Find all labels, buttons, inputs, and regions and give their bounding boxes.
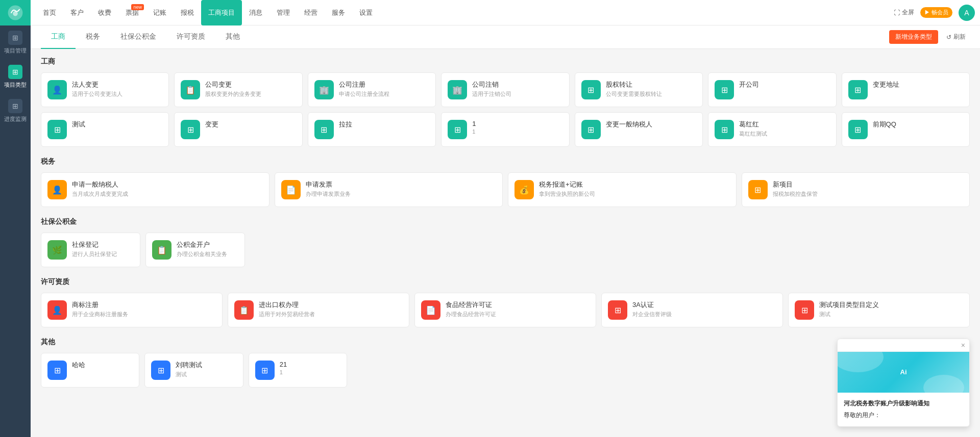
nav-services[interactable]: 服务 (325, 0, 352, 25)
service-card-company-cancel[interactable]: 🏢 公司注销 适用于注销公司 (441, 72, 569, 107)
card-text-apply-invoice: 申请发票 办理申请发票业务 (306, 180, 497, 198)
service-card-equity-transfer[interactable]: ⊞ 股权转让 公司变更需要股权转让 (575, 72, 703, 107)
card-icon-social-register: 🌿 (47, 240, 67, 260)
nav-billing[interactable]: 收费 (91, 0, 118, 25)
card-name-change-tax: 变更一般纳税人 (606, 120, 696, 129)
nav-tickets[interactable]: 票据 new (118, 0, 146, 25)
industry-section-title: 工商 (41, 57, 970, 66)
tab-industry[interactable]: 工商 (41, 25, 76, 49)
sidebar-item-project-type[interactable]: ⊞ 项目类型 (0, 60, 31, 94)
service-card-trademark[interactable]: 👤 商标注册 用于企业商标注册服务 (41, 293, 223, 327)
service-card-apply-invoice[interactable]: 📄 申请发票 办理申请发票业务 (275, 172, 503, 207)
card-text-lala: 拉拉 (339, 120, 429, 130)
card-name-twentyone: 21 (280, 361, 340, 368)
service-card-qqbefore[interactable]: ⊞ 前期QQ (842, 112, 970, 147)
service-card-company-change[interactable]: 📋 公司变更 股权变更外的业务变更 (174, 72, 302, 107)
service-card-twentyone[interactable]: ⊞ 21 1 (249, 353, 347, 388)
card-name-equity-transfer: 股权转让 (606, 80, 696, 89)
card-desc-trademark: 用于企业商标注册服务 (72, 311, 216, 318)
sidebar-item-project-mgmt[interactable]: ⊞ 项目管理 (0, 25, 31, 60)
card-text-qqbefore: 前期QQ (873, 120, 963, 130)
nav-operations[interactable]: 经营 (297, 0, 325, 25)
user-avatar[interactable]: A (959, 5, 975, 21)
card-name-change-address: 变更地址 (873, 80, 963, 89)
card-text-fund-account: 公积金开户 办理公积金相关业务 (177, 240, 238, 258)
service-card-test[interactable]: ⊞ 测试 (41, 112, 169, 147)
add-type-button[interactable]: 新增业务类型 (889, 30, 938, 44)
card-name-company-register: 公司注册 (339, 80, 429, 89)
card-icon-tax-report-account: 💰 (514, 180, 534, 199)
card-text-new-project: 新项目 报税加税控盘保管 (773, 180, 964, 198)
service-card-change[interactable]: ⊞ 变更 (174, 112, 302, 147)
tab-social[interactable]: 社保公积金 (110, 25, 166, 49)
card-desc-food-license: 办理食品经营许可证 (446, 311, 590, 318)
card-desc-equity-transfer: 公司变更需要股权转让 (606, 90, 696, 98)
service-card-new-project[interactable]: ⊞ 新项目 报税加税控盘保管 (742, 172, 970, 207)
card-desc-legal-change: 适用于公司变更法人 (72, 90, 162, 98)
card-name-lala: 拉拉 (339, 120, 429, 129)
nav-tax[interactable]: 报税 (174, 0, 201, 25)
sidebar-item-progress[interactable]: ⊞ 进度监测 (0, 94, 31, 128)
card-icon-equity-transfer: ⊞ (581, 80, 601, 99)
service-card-open-company[interactable]: ⊞ 开公司 (708, 72, 836, 107)
notification-header: × (838, 339, 969, 352)
service-card-import-export[interactable]: 📋 进出口权办理 适用于对外贸易经营者 (228, 293, 409, 327)
service-card-change-tax[interactable]: ⊞ 变更一般纳税人 (575, 112, 703, 147)
card-desc-social-register: 进行人员社保登记 (72, 250, 134, 258)
card-text-company-cancel: 公司注销 适用于注销公司 (472, 80, 562, 98)
card-desc-twentyone: 1 (280, 369, 340, 375)
card-icon-company-change: 📋 (181, 80, 200, 99)
license-section-title: 许可资质 (41, 277, 970, 287)
nav-business[interactable]: 工商项目 (201, 0, 242, 25)
service-card-fund-account[interactable]: 📋 公积金开户 办理公积金相关业务 (145, 233, 245, 267)
card-icon-test-type: ⊞ (795, 300, 814, 320)
service-card-3a-cert[interactable]: ⊞ 3A认证 对企业信誉评级 (601, 293, 783, 327)
card-icon-gehonghong: ⊞ (715, 120, 734, 139)
notification-banner-text: Ai (900, 368, 907, 376)
member-button[interactable]: ▶ 畅会员 (920, 7, 952, 18)
service-card-change-address[interactable]: ⊞ 变更地址 (842, 72, 970, 107)
service-card-food-license[interactable]: 📄 食品经营许可证 办理食品经营许可证 (414, 293, 596, 327)
tab-tax[interactable]: 税务 (76, 25, 110, 49)
service-card-company-register[interactable]: 🏢 公司注册 申请公司注册全流程 (308, 72, 436, 107)
card-text-haha: 哈哈 (72, 361, 133, 371)
refresh-button[interactable]: ↺ 刷新 (942, 30, 970, 44)
card-text-3a-cert: 3A认证 对企业信誉评级 (632, 300, 776, 318)
service-card-legal-change[interactable]: 👤 法人变更 适用于公司变更法人 (41, 72, 169, 107)
card-text-trademark: 商标注册 用于企业商标注册服务 (72, 300, 216, 318)
tax-card-grid: 👤 申请一般纳税人 当月或次月成变更完成 📄 申请发票 办理申请发票业务 💰 税… (41, 172, 970, 207)
tax-section-title: 税务 (41, 157, 970, 166)
notification-popup: × Ai 河北税务数字账户升级影响通知 尊敬的用户： (837, 339, 970, 427)
nav-messages[interactable]: 消息 (242, 0, 270, 25)
tab-other[interactable]: 其他 (215, 25, 250, 49)
nav-settings[interactable]: 设置 (352, 0, 380, 25)
service-card-one[interactable]: ⊞ 1 1 (441, 112, 569, 147)
service-card-test-type[interactable]: ⊞ 测试项目类型目定义 测试 (788, 293, 970, 327)
app-logo[interactable] (0, 0, 31, 25)
play-icon: ▶ (924, 9, 930, 15)
nav-home[interactable]: 首页 (36, 0, 63, 25)
notification-close[interactable]: × (961, 341, 965, 349)
card-icon-3a-cert: ⊞ (608, 300, 627, 320)
card-text-gehonghong: 葛红红 葛红红测试 (739, 120, 829, 138)
card-icon-lala: ⊞ (314, 120, 334, 139)
service-card-haha[interactable]: ⊞ 哈哈 (41, 353, 139, 388)
service-card-gehonghong[interactable]: ⊞ 葛红红 葛红红测试 (708, 112, 836, 147)
service-card-social-register[interactable]: 🌿 社保登记 进行人员社保登记 (41, 233, 140, 267)
service-card-lala[interactable]: ⊞ 拉拉 (308, 112, 436, 147)
card-icon-apply-invoice: 📄 (281, 180, 301, 199)
card-desc-tax-report-account: 拿到营业执照的新公司 (539, 190, 730, 198)
card-icon-company-register: 🏢 (314, 80, 334, 99)
service-card-liupengtest[interactable]: ⊞ 刘聘测试 测试 (144, 353, 243, 388)
card-name-one: 1 (472, 120, 562, 127)
notification-title: 河北税务数字账户升级影响通知 (844, 399, 963, 408)
nav-management[interactable]: 管理 (270, 0, 297, 25)
tab-bar: 工商 税务 社保公积金 许可资质 其他 新增业务类型 ↺ 刷新 (31, 25, 980, 49)
service-card-tax-report-account[interactable]: 💰 税务报道+记账 拿到营业执照的新公司 (508, 172, 737, 207)
service-card-apply-taxpayer[interactable]: 👤 申请一般纳税人 当月或次月成变更完成 (41, 172, 270, 207)
nav-client[interactable]: 客户 (63, 0, 91, 25)
card-name-apply-taxpayer: 申请一般纳税人 (72, 180, 263, 189)
fullscreen-button[interactable]: ⛶ 全屏 (894, 8, 914, 17)
tab-license[interactable]: 许可资质 (166, 25, 215, 49)
nav-accounting[interactable]: 记账 (146, 0, 174, 25)
